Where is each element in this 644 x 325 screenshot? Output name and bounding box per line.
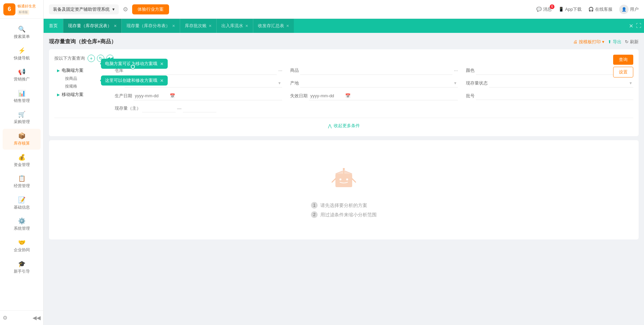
step-1-text: 请先选择要分析的方案: [320, 201, 367, 210]
system-selector[interactable]: 装备及固定资产辅助管理系统 ▾: [49, 4, 119, 14]
sidebar-item-label: 基础信息: [14, 205, 30, 210]
message-icon: 💬: [536, 7, 542, 12]
search-icon: 🔍: [18, 25, 25, 33]
refresh-label: 刷新: [630, 39, 639, 45]
warehouse-dots[interactable]: ···: [278, 67, 282, 74]
inventory-status-select[interactable]: ▾: [489, 79, 633, 88]
color-select[interactable]: ▾: [476, 66, 633, 75]
inventory-main-input-end[interactable]: [183, 104, 216, 112]
sidebar-item-newbie[interactable]: 🎓 新手引导: [3, 257, 41, 278]
sidebar-settings-icon[interactable]: ⚙: [3, 315, 7, 321]
export-button[interactable]: ⬆ 导出: [608, 39, 622, 45]
tab-inventory-dist[interactable]: 现存量（库存分布表） ✕: [121, 19, 180, 33]
sidebar-item-search[interactable]: 🔍 搜索菜单: [3, 22, 41, 43]
header-right: 💬 消息 6 📱 App下载 🎧 在线客服 👤 用户: [536, 5, 639, 14]
sidebar-item-sales[interactable]: 📊 销售管理: [3, 86, 41, 107]
main-content: 现存量查询（按仓库+商品） 🖨 按模板打印 ▾ ⬆ 导出 ↻ 刷新 按以下方案查…: [44, 33, 644, 325]
app-download-label: App下载: [565, 6, 582, 12]
tab-home[interactable]: 首页: [44, 19, 63, 33]
operations-icon: 📋: [18, 175, 25, 182]
sidebar-item-purchase[interactable]: 🛒 采购管理: [3, 107, 41, 128]
tab-inventory-status[interactable]: 现存量（库存状况表） ✕: [63, 19, 121, 33]
scheme-tooltip-close[interactable]: ✕: [160, 61, 164, 66]
tab-label: 现存量（库存分布表）: [126, 23, 170, 29]
expiry-date-field: 失效日期 📅: [290, 92, 458, 100]
tab-close-icon[interactable]: ✕: [245, 24, 248, 28]
sidebar-item-label: 搜索菜单: [14, 34, 30, 40]
production-date-start[interactable]: [135, 93, 168, 98]
expiry-date-calendar-icon[interactable]: 📅: [345, 93, 351, 98]
empty-steps: 1 请先选择要分析的方案 2 用过滤条件来缩小分析范围: [311, 201, 377, 219]
pc-scheme-arrow: ▶: [57, 68, 60, 73]
empty-step-1: 1 请先选择要分析的方案: [311, 201, 377, 210]
expiry-date-input[interactable]: 📅: [309, 92, 458, 100]
tab-batch-account[interactable]: 库存批次账 ✕: [180, 19, 216, 33]
product-dots[interactable]: ···: [454, 67, 458, 74]
export-label: 导出: [613, 39, 622, 45]
guide-cursor: [131, 65, 135, 69]
expiry-date-start[interactable]: [310, 93, 344, 98]
tab-label: 出入库流水: [221, 23, 243, 29]
sidebar-collapse-icon[interactable]: ◀◀: [33, 315, 41, 321]
product-input[interactable]: [300, 66, 452, 75]
inventory-main-input-start[interactable]: [142, 104, 176, 112]
page-actions: 🖨 按模板打印 ▾ ⬆ 导出 ↻ 刷新: [573, 39, 639, 45]
batch-input[interactable]: [476, 92, 633, 100]
logo-text: 畅通好生意: [17, 4, 36, 9]
page-header: 现存量查询（按仓库+商品） 🖨 按模板打印 ▾ ⬆ 导出 ↻ 刷新: [49, 38, 639, 45]
sidebar-item-label: 快捷导航: [14, 56, 30, 61]
tab-close-icon[interactable]: ✕: [286, 24, 289, 28]
tab-close-icon[interactable]: ✕: [114, 24, 117, 28]
tab-close-icon[interactable]: ✕: [172, 24, 175, 28]
sidebar-item-enterprise[interactable]: 🤝 企业协同: [3, 235, 41, 256]
tab-label: 收发存汇总表: [258, 23, 284, 29]
online-support-item[interactable]: 🎧 在线客服: [588, 6, 612, 12]
user-item[interactable]: 👤 用户: [619, 5, 639, 14]
tab-close-icon[interactable]: ✕: [209, 24, 212, 28]
sidebar-item-system[interactable]: ⚙️ 系统管理: [3, 214, 41, 235]
tab-collect-send[interactable]: 收发存汇总表 ✕: [253, 19, 294, 33]
refresh-button[interactable]: ↻ 刷新: [625, 39, 639, 45]
query-button[interactable]: 查询: [613, 55, 633, 65]
print-button[interactable]: 🖨 按模板打印 ▾: [573, 39, 604, 45]
origin-select[interactable]: ▾: [300, 79, 458, 88]
close-all-icon[interactable]: ✕: [629, 23, 633, 29]
sidebar-item-finance[interactable]: 💰 资金管理: [3, 150, 41, 171]
create-tooltip-close[interactable]: ✕: [160, 78, 164, 83]
sidebar-item-label: 资金管理: [14, 162, 30, 168]
empty-illustration: [327, 160, 361, 194]
sidebar-item-marketing[interactable]: 📢 营销推广: [3, 65, 41, 86]
sidebar-item-quick-nav[interactable]: ⚡ 快捷导航: [3, 44, 41, 64]
page-title: 现存量查询（按仓库+商品）: [49, 38, 116, 45]
inventory-icon: 📦: [18, 132, 25, 140]
size-dropdown-icon: ▾: [278, 80, 281, 86]
sidebar-item-label: 新手引导: [14, 269, 30, 274]
filter-add-button[interactable]: +: [88, 55, 95, 62]
sidebar-item-inventory[interactable]: 📦 库存核算: [3, 129, 41, 150]
collapse-button[interactable]: ⋀ 收起更多条件: [54, 121, 633, 131]
app-download-item[interactable]: 📱 App下载: [558, 6, 582, 12]
mobile-scheme-item[interactable]: ▶ 移动端方案: [54, 90, 108, 99]
sidebar-item-operations[interactable]: 📋 经营管理: [3, 171, 41, 192]
sidebar-item-basic[interactable]: 📝 基础信息: [3, 193, 41, 214]
svg-rect-0: [335, 174, 352, 187]
pc-scheme-label: 电脑端方案: [62, 67, 84, 73]
batch-field: 批号: [466, 92, 633, 100]
header-settings-icon[interactable]: ⚙: [123, 6, 128, 13]
tab-in-out-flow[interactable]: 出入库流水 ✕: [216, 19, 253, 33]
system-selector-arrow: ▾: [112, 7, 115, 12]
fullscreen-icon[interactable]: ⛶: [636, 23, 641, 29]
origin-field: 产地 ▾: [290, 79, 458, 88]
filter-title: 按以下方案查询: [54, 55, 85, 61]
production-date-input[interactable]: 📅: [133, 92, 282, 100]
filter-fields: 仓库 ··· 商品 ··· 颜色 ▾: [115, 66, 633, 112]
production-date-calendar-icon[interactable]: 📅: [170, 93, 175, 98]
inventory-range-dash: —: [177, 106, 181, 111]
avatar-icon: 👤: [622, 7, 627, 12]
trial-button[interactable]: 体验行业方案: [132, 4, 169, 14]
pc-scheme-item[interactable]: ▶ 电脑端方案: [54, 66, 108, 75]
newbie-icon: 🎓: [18, 260, 25, 268]
message-item[interactable]: 💬 消息 6: [536, 6, 552, 12]
sidebar: 6 畅通好生意 标准版 🔍 搜索菜单 ⚡ 快捷导航 📢 营销推广 📊 销售管理 …: [0, 0, 44, 325]
reset-button[interactable]: 设置: [613, 67, 633, 77]
